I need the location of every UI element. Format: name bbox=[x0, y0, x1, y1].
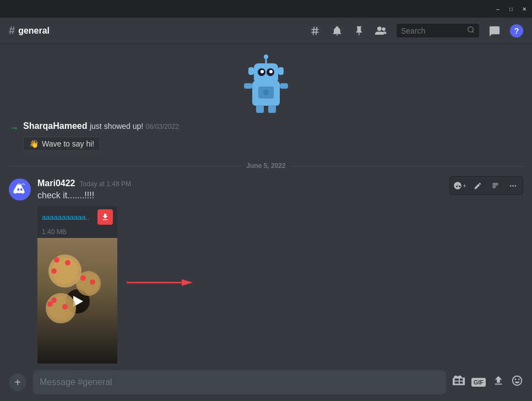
date-divider-line-right bbox=[290, 166, 523, 166]
titlebar: – □ ✕ bbox=[0, 0, 532, 18]
wave-label: Wave to say hi! bbox=[42, 139, 94, 148]
bot-avatar-area bbox=[0, 53, 532, 115]
gift-icon[interactable] bbox=[453, 375, 465, 390]
hashtag-icon[interactable] bbox=[308, 24, 322, 37]
svg-line-2 bbox=[313, 26, 314, 35]
svg-rect-7 bbox=[254, 63, 278, 83]
attachment-container: aaaaaaaaaaa.. 1.40 MB bbox=[37, 206, 117, 364]
attachment-size: 1.40 MB bbox=[37, 228, 117, 238]
input-right-icons: GIF bbox=[453, 375, 523, 390]
svg-rect-19 bbox=[280, 83, 288, 89]
join-arrow-icon: → bbox=[9, 122, 19, 134]
search-bar[interactable] bbox=[397, 24, 479, 37]
minimize-button[interactable]: – bbox=[495, 6, 501, 12]
svg-point-21 bbox=[263, 90, 269, 95]
channel-name-label: general bbox=[18, 26, 50, 36]
gif-icon[interactable]: GIF bbox=[471, 378, 486, 387]
svg-rect-16 bbox=[256, 105, 264, 113]
svg-rect-18 bbox=[244, 83, 252, 89]
join-timestamp: 06/03/2022 bbox=[146, 123, 179, 131]
join-username: SharqaHameed bbox=[23, 121, 88, 131]
add-reaction-button[interactable]: + bbox=[452, 178, 468, 193]
svg-rect-15 bbox=[278, 67, 284, 75]
message-input[interactable]: Message #general bbox=[33, 370, 446, 394]
svg-point-26 bbox=[514, 185, 516, 187]
message-username: Mari0422 bbox=[37, 178, 75, 188]
message-timestamp: Today at 1:48 PM bbox=[80, 180, 131, 188]
message-content: Mari0422 Today at 1:48 PM check it......… bbox=[37, 178, 523, 364]
svg-line-5 bbox=[473, 31, 474, 33]
header-actions: ? bbox=[308, 24, 523, 37]
svg-point-4 bbox=[468, 27, 473, 32]
wave-button[interactable]: 👋 Wave to say hi! bbox=[23, 137, 100, 151]
search-input[interactable] bbox=[401, 26, 464, 35]
download-button[interactable] bbox=[97, 209, 113, 225]
attachment-filename: aaaaaaaaaaa.. bbox=[42, 213, 90, 221]
date-divider: June 5, 2022 bbox=[0, 158, 532, 174]
add-content-button[interactable]: + bbox=[9, 373, 26, 391]
date-divider-text: June 5, 2022 bbox=[246, 162, 285, 170]
bell-icon[interactable] bbox=[330, 24, 344, 37]
join-notification-content: SharqaHameed just showed up! 06/03/2022 … bbox=[23, 121, 179, 151]
join-action-text: just showed up! bbox=[90, 122, 143, 131]
thread-button[interactable] bbox=[487, 178, 503, 193]
attachment-header: aaaaaaaaaaa.. bbox=[37, 206, 117, 228]
join-notification: → SharqaHameed just showed up! 06/03/202… bbox=[0, 119, 532, 153]
close-button[interactable]: ✕ bbox=[521, 6, 528, 12]
bot-avatar bbox=[233, 62, 299, 106]
input-bar: + Message #general GIF bbox=[0, 364, 532, 401]
svg-point-13 bbox=[264, 55, 268, 59]
arrow-annotation bbox=[127, 276, 193, 289]
video-thumbnail[interactable] bbox=[37, 238, 117, 364]
message-actions: + bbox=[449, 176, 523, 195]
inbox-icon[interactable] bbox=[488, 24, 501, 37]
svg-line-3 bbox=[316, 26, 317, 35]
help-button[interactable]: ? bbox=[510, 24, 523, 37]
maximize-button[interactable]: □ bbox=[508, 6, 514, 12]
gif-label: GIF bbox=[474, 379, 484, 386]
svg-point-11 bbox=[269, 70, 273, 73]
chat-area: → SharqaHameed just showed up! 06/03/202… bbox=[0, 44, 532, 364]
date-divider-line-left bbox=[9, 166, 242, 166]
hash-icon: # bbox=[9, 24, 15, 37]
wave-icon: 👋 bbox=[29, 139, 39, 148]
search-icon bbox=[467, 26, 475, 35]
play-icon bbox=[73, 296, 83, 307]
avatar bbox=[9, 178, 31, 201]
message-placeholder: Message #general bbox=[40, 377, 112, 387]
play-button[interactable] bbox=[66, 289, 90, 313]
channel-header: # general bbox=[0, 18, 532, 44]
channel-name: # general bbox=[9, 24, 50, 37]
svg-rect-14 bbox=[248, 67, 254, 75]
pin-icon[interactable] bbox=[352, 24, 366, 37]
svg-point-24 bbox=[509, 185, 511, 187]
svg-point-25 bbox=[512, 185, 514, 187]
svg-marker-23 bbox=[182, 279, 193, 286]
edit-button[interactable] bbox=[470, 178, 485, 193]
svg-point-10 bbox=[260, 70, 264, 73]
more-button[interactable] bbox=[505, 178, 520, 193]
emoji-icon[interactable] bbox=[511, 375, 523, 390]
message-item: Mari0422 Today at 1:48 PM check it......… bbox=[0, 174, 532, 364]
members-icon[interactable] bbox=[374, 24, 388, 37]
svg-rect-17 bbox=[268, 105, 276, 113]
upload-icon[interactable] bbox=[492, 375, 504, 390]
plus-icon: + bbox=[14, 376, 21, 389]
